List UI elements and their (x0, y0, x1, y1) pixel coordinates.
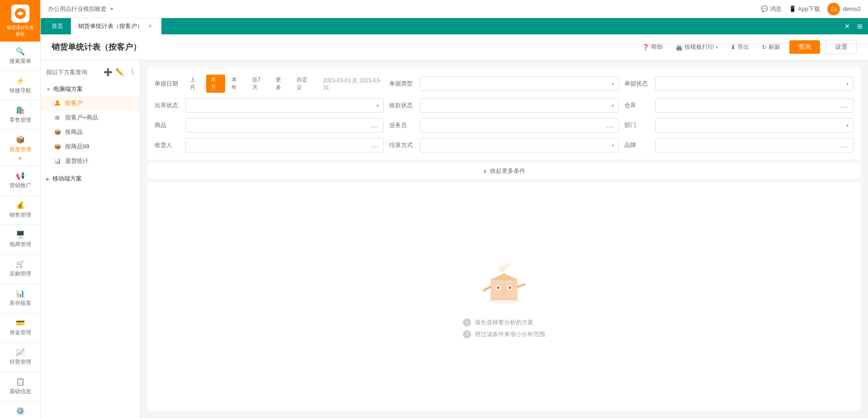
tree-item-by-goods[interactable]: 📦 按商品 (41, 125, 140, 139)
date-tab-this-month[interactable]: 本月 (206, 75, 225, 93)
help-button[interactable]: ❓ 帮助 (638, 41, 666, 53)
settings-button[interactable]: 设置 (826, 40, 857, 54)
mobile-section-title[interactable]: ▶ 移动端方案 (41, 172, 140, 185)
header-left: 办公用品行业模拟账套 ▾ (48, 5, 113, 13)
sidebar-item-search[interactable]: 🔍 搜索菜单 (0, 42, 41, 71)
sidebar-item-sales[interactable]: 💰 销售管理 (0, 195, 41, 225)
collapse-icon: ∧ (483, 168, 487, 175)
sidebar-item-shortcut[interactable]: ⚡ 快捷导航 (0, 71, 41, 100)
settlement-select[interactable]: ▾ (420, 138, 618, 152)
warehouse-select[interactable]: ... (655, 98, 854, 113)
export-button[interactable]: ⬇ 导出 (727, 41, 753, 53)
download-icon: 📱 (789, 5, 796, 12)
svg-line-12 (484, 287, 491, 290)
print-button[interactable]: 🖨️ 按模板打印 ▾ (672, 41, 722, 53)
brand-select[interactable]: ... (655, 138, 854, 152)
right-panel: 单据日期 上月 本月 本年 近7天 更多 自定义 2023-03-01 至 20… (140, 60, 868, 418)
basic-icon: 📋 (16, 377, 25, 386)
sidebar-item-ecommerce-label: 电商管理 (9, 241, 31, 248)
date-tab-last-month[interactable]: 上月 (185, 75, 204, 93)
sidebar-item-basic-label: 基础信息 (9, 388, 31, 395)
sidebar-item-search-label: 搜索菜单 (9, 57, 31, 65)
left-panel-title: 按以下方案查询 (46, 68, 87, 76)
salesperson-select[interactable]: ... (420, 118, 618, 133)
sidebar-item-retail[interactable]: 🛍️ 零售管理 (0, 100, 41, 130)
doc-status-select[interactable]: ▾ (655, 76, 854, 91)
sidebar-item-finance[interactable]: 💳 资金管理 (0, 313, 41, 342)
date-tabs: 上月 本月 本年 近7天 更多 自定义 (185, 75, 316, 93)
tree-item-refund-label: 退货统计 (65, 157, 89, 165)
sidebar-item-system[interactable]: ⚙️ 系统管理 (0, 401, 41, 418)
by-customer-goods-icon: ⊞ (53, 114, 61, 122)
goods-dots: ... (371, 122, 379, 129)
desktop-section-title[interactable]: ▼ 电脑端方案 (41, 82, 140, 96)
user-name: demo2 (843, 5, 861, 12)
goods-select[interactable]: ... (185, 118, 384, 133)
doc-type-select[interactable]: ▾ (420, 76, 618, 91)
department-label: 部门 (624, 121, 651, 129)
tab-home-label: 首页 (52, 22, 63, 30)
out-status-select[interactable]: ▾ (185, 98, 384, 113)
brand-dots: ... (841, 142, 849, 149)
tab-close-icon[interactable]: ✕ (146, 23, 154, 30)
operations-icon: 📈 (16, 348, 25, 356)
sidebar-item-wholesale[interactable]: 📦 批发管理 ▲ (0, 130, 41, 166)
refresh-button[interactable]: ↻ 刷新 (758, 41, 784, 53)
date-tab-custom[interactable]: 自定义 (292, 75, 316, 93)
dropdown-arrow-icon[interactable]: ▾ (110, 5, 113, 12)
sidebar-item-marketing[interactable]: 📢 营销推广 (0, 166, 41, 195)
doc-type-arrow-icon: ▾ (612, 81, 614, 86)
settlement-label: 结算方式 (389, 141, 416, 149)
add-scheme-icon[interactable]: ➕ (104, 68, 113, 76)
retail-icon: 🛍️ (16, 106, 25, 114)
empty-state: 1 请先选择要分析的方案 2 用过滤条件来缩小分析范围 (147, 182, 861, 411)
desktop-section: ▼ 电脑端方案 按客户 ⊞ 按客户+ (41, 81, 140, 170)
tree-item-by-customer-goods[interactable]: ⊞ 按客户+商品 (41, 110, 140, 125)
sidebar-item-operations[interactable]: 📈 经营管理 (0, 342, 41, 372)
sidebar-item-basic[interactable]: 📋 基础信息 (0, 372, 41, 401)
search-icon: 🔍 (16, 47, 25, 56)
tree-item-refund[interactable]: 📊 退货统计 (41, 154, 140, 168)
message-button[interactable]: 💬 消息 (761, 5, 782, 13)
tree-item-by-goods-99[interactable]: 📦 按商品99 (41, 139, 140, 154)
tab-close-all-icon[interactable]: ✕ (843, 21, 852, 32)
tree-item-by-customer[interactable]: 按客户 (41, 96, 140, 110)
shortcut-icon: ⚡ (16, 76, 25, 85)
tab-maximize-icon[interactable]: ⊞ (855, 21, 864, 32)
query-button[interactable]: 查询 (789, 40, 820, 54)
sidebar-item-finance-label: 资金管理 (9, 329, 31, 337)
app-download-button[interactable]: 📱 App下载 (789, 5, 820, 13)
print-label: 按模板打印 (684, 43, 714, 51)
sales-icon: 💰 (16, 201, 25, 209)
sidebar-item-purchase[interactable]: 🛒 采购管理 (0, 254, 41, 284)
collapse-row[interactable]: ∧ 收起更多条件 (147, 163, 861, 179)
page-title-bar: 销货单统计表（按客户） ❓ 帮助 🖨️ 按模板打印 ▾ ⬇ 导出 ↻ 刷新 (41, 34, 868, 60)
tab-sales-stat[interactable]: 销货单统计表（按客户） ✕ (71, 18, 161, 34)
by-goods-99-icon: 📦 (53, 142, 61, 151)
export-label: 导出 (737, 43, 749, 51)
refresh-label: 刷新 (769, 43, 780, 51)
collapse-panel-icon[interactable]: 《 (127, 67, 134, 77)
date-tab-more[interactable]: 更多 (271, 75, 290, 93)
export-icon: ⬇ (731, 44, 736, 51)
sidebar-item-inventory[interactable]: 📊 库存核算 (0, 284, 41, 313)
date-tab-last-7[interactable]: 近7天 (248, 75, 269, 93)
mobile-arrow-icon: ▶ (46, 176, 50, 181)
hint-text-2: 用过滤条件来缩小分析范围 (475, 330, 545, 338)
sidebar-item-marketing-label: 营销推广 (9, 182, 31, 190)
tab-home[interactable]: 首页 (44, 18, 71, 34)
salesperson-dots: ... (606, 122, 614, 129)
empty-hints: 1 请先选择要分析的方案 2 用过滤条件来缩小分析范围 (463, 318, 545, 338)
page-actions: ❓ 帮助 🖨️ 按模板打印 ▾ ⬇ 导出 ↻ 刷新 查询 设置 (638, 40, 857, 54)
page-title: 销货单统计表（按客户） (52, 42, 141, 52)
user-menu[interactable]: Ea demo2 (827, 3, 861, 15)
help-icon: ❓ (642, 44, 649, 51)
receiver-select[interactable]: ... (185, 138, 384, 152)
edit-scheme-icon[interactable]: ✏️ (115, 68, 124, 76)
collection-status-label: 收款状态 (389, 101, 416, 109)
sidebar-item-ecommerce[interactable]: 🖥️ 电商管理 (0, 225, 41, 254)
tree-item-by-customer-label: 按客户 (65, 99, 83, 107)
collection-status-select[interactable]: ▾ (420, 98, 618, 113)
date-tab-this-year[interactable]: 本年 (227, 75, 246, 93)
department-select[interactable]: ▾ (655, 118, 854, 133)
